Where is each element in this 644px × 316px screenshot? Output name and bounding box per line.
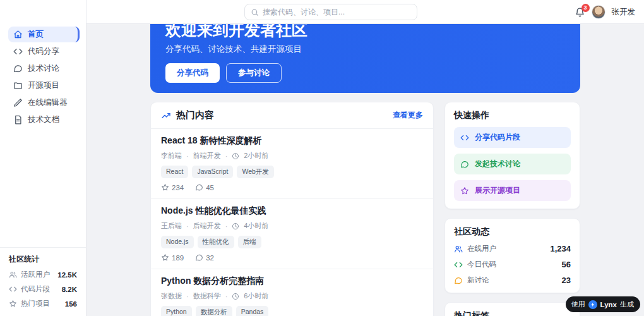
stat-active-users: 活跃用户 12.5K xyxy=(9,270,77,279)
sidebar: 首页 代码分享 技术讨论 开源项目 在线编辑器 xyxy=(0,0,86,316)
meta-separator: · xyxy=(186,152,189,160)
home-icon xyxy=(13,30,23,39)
post-time: 6小时前 xyxy=(244,291,268,301)
lynx-logo-icon xyxy=(588,300,597,309)
activity-value: 56 xyxy=(562,260,571,269)
top-header: 3 张开发 xyxy=(86,0,644,24)
quick-actions-title: 快速操作 xyxy=(454,110,571,121)
comment-icon xyxy=(195,183,203,191)
activity-new-discussions: 新讨论 23 xyxy=(454,276,571,285)
comment-icon xyxy=(195,253,203,262)
activity-value: 23 xyxy=(562,276,571,285)
sidebar-item-label: 在线编辑器 xyxy=(28,97,68,108)
trending-icon xyxy=(161,111,171,121)
community-activity-card: 社区动态 在线用户 1,234 今日代码 xyxy=(444,218,580,293)
post-tag[interactable]: 性能优化 xyxy=(198,236,234,248)
share-snippet-button[interactable]: 分享代码片段 xyxy=(454,127,571,148)
stat-code-snippets: 代码片段 8.2K xyxy=(9,284,77,294)
post-title[interactable]: Node.js 性能优化最佳实践 xyxy=(161,205,423,217)
post-time: 2小时前 xyxy=(244,151,268,161)
post-comments[interactable]: 32 xyxy=(195,253,214,262)
hero-banner: 欢迎来到开发者社区 分享代码、讨论技术、共建开源项目 分享代码 参与讨论 xyxy=(150,24,580,93)
hero-title: 欢迎来到开发者社区 xyxy=(165,24,565,39)
post-tag[interactable]: Python xyxy=(161,306,192,316)
hot-tags-card: 热门标签 React Node.js Python Vue JavaScript… xyxy=(444,302,580,316)
post-tag[interactable]: 数据分析 xyxy=(196,306,232,316)
start-discussion-button[interactable]: 发起技术讨论 xyxy=(454,154,571,174)
sidebar-item-label: 技术文档 xyxy=(28,114,59,125)
stat-hot-projects: 热门项目 156 xyxy=(9,299,77,308)
share-code-button[interactable]: 分享代码 xyxy=(165,63,220,83)
avatar[interactable] xyxy=(592,5,605,19)
quick-actions-card: 快速操作 分享代码片段 发起技术讨论 xyxy=(444,102,580,209)
star-icon xyxy=(161,183,169,191)
activity-label: 新讨论 xyxy=(467,276,489,285)
post-title[interactable]: React 18 新特性深度解析 xyxy=(161,135,423,147)
action-label: 展示开源项目 xyxy=(475,185,520,196)
post-author: 李前端 xyxy=(161,151,182,161)
star-icon xyxy=(460,186,469,195)
search-bar[interactable] xyxy=(244,4,417,20)
star-count: 189 xyxy=(172,254,184,262)
post-tag[interactable]: Node.js xyxy=(161,236,194,248)
post-tag[interactable]: Pandas xyxy=(236,306,269,316)
notification-bell[interactable]: 3 xyxy=(575,7,585,18)
sidebar-item-editor[interactable]: 在线编辑器 xyxy=(8,95,80,111)
post-author: 王后端 xyxy=(161,221,182,231)
post-item[interactable]: Node.js 性能优化最佳实践 王后端 · 后端开发 · 4小时前 xyxy=(151,199,433,269)
chat-icon xyxy=(13,64,23,73)
showcase-project-button[interactable]: 展示开源项目 xyxy=(454,180,571,201)
stat-label: 热门项目 xyxy=(21,299,50,308)
folder-icon xyxy=(13,81,23,90)
sidebar-item-docs[interactable]: 技术文档 xyxy=(8,112,80,128)
meta-separator: · xyxy=(225,293,228,300)
notification-badge: 3 xyxy=(581,4,590,12)
badge-suffix: 生成 xyxy=(620,300,634,309)
star-icon xyxy=(9,300,17,308)
code-icon xyxy=(460,133,469,142)
username: 张开发 xyxy=(612,7,636,18)
post-stars[interactable]: 189 xyxy=(161,253,184,262)
clock-icon xyxy=(232,222,239,230)
post-stars[interactable]: 234 xyxy=(161,183,184,191)
badge-brand: Lynx xyxy=(600,301,617,308)
chat-icon xyxy=(454,276,463,285)
sidebar-item-label: 技术讨论 xyxy=(28,63,59,74)
post-role: 数据科学 xyxy=(193,291,221,301)
activity-title: 社区动态 xyxy=(454,226,571,238)
post-comments[interactable]: 45 xyxy=(195,183,214,191)
join-discussion-button[interactable]: 参与讨论 xyxy=(226,63,282,83)
sidebar-item-code-share[interactable]: 代码分享 xyxy=(8,44,80,59)
post-title[interactable]: Python 数据分析完整指南 xyxy=(161,276,423,287)
stat-value: 156 xyxy=(65,300,77,308)
sidebar-item-home[interactable]: 首页 xyxy=(8,27,80,42)
lynx-generated-badge[interactable]: 使用 Lynx 生成 xyxy=(566,296,640,312)
users-icon xyxy=(9,270,17,279)
community-stats-title: 社区统计 xyxy=(9,254,77,265)
post-item[interactable]: Python 数据分析完整指南 张数据 · 数据科学 · 6小时前 xyxy=(151,269,433,316)
post-tag[interactable]: Web开发 xyxy=(237,166,273,178)
post-time: 4小时前 xyxy=(244,221,268,231)
activity-label: 在线用户 xyxy=(467,244,496,253)
pencil-icon xyxy=(13,98,23,107)
sidebar-item-label: 开源项目 xyxy=(28,80,59,91)
view-more-hot-link[interactable]: 查看更多 xyxy=(393,110,423,121)
code-icon xyxy=(13,47,23,56)
action-label: 分享代码片段 xyxy=(475,132,520,143)
post-item[interactable]: React 18 新特性深度解析 李前端 · 前端开发 · 2小时前 xyxy=(151,129,433,199)
sidebar-nav: 首页 代码分享 技术讨论 开源项目 在线编辑器 xyxy=(0,0,86,129)
post-tag[interactable]: React xyxy=(161,166,188,178)
clock-icon xyxy=(232,293,239,300)
sidebar-item-discussion[interactable]: 技术讨论 xyxy=(8,61,80,76)
post-role: 后端开发 xyxy=(193,221,221,231)
search-input[interactable] xyxy=(263,8,411,16)
users-icon xyxy=(454,245,463,253)
post-tag[interactable]: JavaScript xyxy=(192,166,233,178)
hot-tags-title: 热门标签 xyxy=(454,310,571,316)
sidebar-item-label: 代码分享 xyxy=(28,46,59,57)
post-tag[interactable]: 后端 xyxy=(238,236,261,248)
search-icon xyxy=(251,8,259,16)
code-icon xyxy=(454,260,463,269)
hero-subtitle: 分享代码、讨论技术、共建开源项目 xyxy=(165,43,565,55)
sidebar-item-opensource[interactable]: 开源项目 xyxy=(8,78,80,94)
